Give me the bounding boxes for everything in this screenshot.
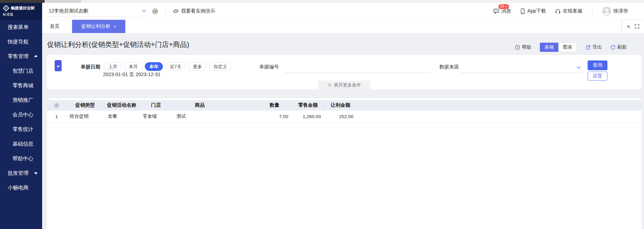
table-header-商品: 商品 xyxy=(173,100,227,111)
sidebar-item-智慧门店[interactable]: 智慧门店 xyxy=(0,64,42,78)
sidebar-item-label: 批发管理 xyxy=(8,170,29,176)
refresh-button[interactable]: 刷新 xyxy=(610,44,627,50)
expand-more-filters-button[interactable]: 展开更多条件 xyxy=(318,81,370,89)
table-columns-gear-icon[interactable] xyxy=(47,100,66,111)
row-index: 1 xyxy=(47,111,66,122)
cell-store: 零食铺 xyxy=(139,111,173,122)
chart-view-button[interactable]: 图表 xyxy=(558,43,577,52)
demo-link[interactable]: 我要看实例演示 xyxy=(173,8,215,14)
app-download-label: App下载 xyxy=(527,8,546,14)
query-button[interactable]: 查询 xyxy=(588,60,607,70)
refresh-label: 刷新 xyxy=(617,44,627,50)
sidebar-item-小畅电商[interactable]: 小畅电商 xyxy=(0,180,42,195)
tab-home[interactable]: 首页 xyxy=(42,20,67,33)
chevron-down-icon xyxy=(576,66,581,69)
account-selector[interactable]: 12李艳芬测试勿删 xyxy=(49,5,146,17)
cell-product: 测试 xyxy=(173,111,227,122)
chevron-up-icon xyxy=(34,55,38,57)
sidebar-item-零售管理[interactable]: 零售管理 xyxy=(0,49,42,64)
sidebar-item-零售商城[interactable]: 零售商城 xyxy=(0,78,42,93)
table-row[interactable]: 1组合促销套餐零食铺测试7.001,260.00252.00 xyxy=(47,111,642,123)
sidebar-item-零售统计[interactable]: 零售统计 xyxy=(0,122,42,137)
doc-number-field xyxy=(284,63,432,73)
sidebar-item-基础信息[interactable]: 基础信息 xyxy=(0,137,42,151)
date-option-自定义[interactable]: 自定义 xyxy=(209,62,231,71)
date-pill-group: 上月本月本年近7天更多自定义 xyxy=(104,62,231,71)
data-table: 促销类型促销活动名称门店商品数量零售金额让利金额1组合促销套餐零食铺测试7.00… xyxy=(47,100,642,123)
messages-button[interactable]: 99 + 消息 xyxy=(493,8,511,14)
table-header-spacer xyxy=(227,100,258,111)
double-chevron-down-icon xyxy=(328,83,332,87)
table-header-数量: 数量 xyxy=(258,100,292,111)
help-label: 帮助 xyxy=(522,44,531,50)
app-download-button[interactable]: App下载 xyxy=(520,8,546,14)
sidebar-item-label: 帮助中心 xyxy=(13,155,33,161)
settings-button[interactable]: 设置 xyxy=(588,72,607,81)
avatar xyxy=(602,7,611,16)
user-menu[interactable]: 徐泽华 xyxy=(602,7,628,16)
doc-number-input[interactable] xyxy=(284,63,432,73)
data-source-select[interactable] xyxy=(461,63,582,73)
tab-promo-analysis[interactable]: 促销让利分析 × xyxy=(72,20,125,33)
page-toolbar: ? 帮助 表格 图表 导出 刷新 xyxy=(515,42,627,52)
table-header-row: 促销类型促销活动名称门店商品数量零售金额让利金额 xyxy=(47,100,642,111)
logo-block: 畅捷通好业财 标准版 xyxy=(0,3,42,20)
sidebar-item-label: 小畅电商 xyxy=(8,185,29,190)
main-content: 促销让利分析(促销类型+促销活动+门店+商品) ? 帮助 表格 图表 导出 xyxy=(42,33,644,229)
demo-link-label: 我要看实例演示 xyxy=(181,8,215,14)
brand-name: 畅捷通好业财 xyxy=(11,6,35,11)
help-button[interactable]: ? 帮助 xyxy=(515,44,531,50)
sidebar-item-label: 零售统计 xyxy=(13,126,33,132)
svg-text:?: ? xyxy=(517,46,518,49)
fullscreen-icon[interactable] xyxy=(635,24,639,29)
date-option-上月[interactable]: 上月 xyxy=(104,62,122,71)
sidebar-item-快捷导航[interactable]: 快捷导航 xyxy=(0,34,42,49)
sidebar-item-会员中心[interactable]: 会员中心 xyxy=(0,107,42,122)
gear-icon[interactable] xyxy=(152,8,158,15)
date-range-value: 2023-01-01 至 2023-12-31 xyxy=(103,72,160,78)
sidebar-item-label: 搜索菜单 xyxy=(8,24,29,30)
sidebar-item-label: 智慧门店 xyxy=(13,68,33,74)
table-header-零售金额: 零售金额 xyxy=(292,100,324,111)
app-root: 畅捷通好业财 标准版 搜索菜单快捷导航零售管理智慧门店零售商城营销推广会员中心零… xyxy=(0,0,644,229)
cell-promo-name: 套餐 xyxy=(104,111,139,122)
collapse-filter-button[interactable]: » xyxy=(55,60,62,71)
date-option-更多[interactable]: 更多 xyxy=(188,62,206,71)
cell-retail-amount: 1,260.00 xyxy=(292,111,324,122)
sidebar: 畅捷通好业财 标准版 搜索菜单快捷导航零售管理智慧门店零售商城营销推广会员中心零… xyxy=(0,3,42,229)
topbar: 12李艳芬测试勿删 我要看实例演示 99 + 消息 xyxy=(42,3,644,20)
expand-more-label: 展开更多条件 xyxy=(334,82,361,88)
sidebar-item-帮助中心[interactable]: 帮助中心 xyxy=(0,151,42,166)
tab-window-controls: × xyxy=(622,20,644,33)
browser-edge-strip xyxy=(0,0,644,3)
table-header-促销活动名称: 促销活动名称 xyxy=(104,100,139,111)
sidebar-item-label: 零售管理 xyxy=(8,53,29,59)
results-table-card: 促销类型促销活动名称门店商品数量零售金额让利金额1组合促销套餐零食铺测试7.00… xyxy=(47,98,642,229)
doc-number-label: 单据编号 xyxy=(259,64,279,70)
page-title: 促销让利分析(促销类型+促销活动+门店+商品) xyxy=(47,40,189,49)
date-option-本月[interactable]: 本月 xyxy=(124,62,142,71)
table-header-filler xyxy=(357,100,642,111)
date-option-本年[interactable]: 本年 xyxy=(145,62,163,71)
table-header-促销类型: 促销类型 xyxy=(66,100,104,111)
brand-logo-icon xyxy=(3,5,9,11)
sidebar-item-label: 会员中心 xyxy=(13,112,33,117)
table-view-button[interactable]: 表格 xyxy=(540,43,558,52)
export-button[interactable]: 导出 xyxy=(586,44,602,50)
headset-icon xyxy=(555,8,561,14)
sidebar-item-营销推广[interactable]: 营销推广 xyxy=(0,93,42,107)
support-button[interactable]: 在线客服 xyxy=(555,8,582,14)
help-circle-icon: ? xyxy=(515,45,520,50)
date-option-近7天[interactable]: 近7天 xyxy=(165,62,186,71)
sidebar-item-批发管理[interactable]: 批发管理 xyxy=(0,166,42,180)
chevron-down-icon xyxy=(142,9,146,13)
planet-icon xyxy=(173,8,179,14)
close-icon[interactable]: × xyxy=(627,24,630,30)
refresh-icon xyxy=(610,45,615,50)
brand-edition: 标准版 xyxy=(3,12,40,17)
tab-close-icon[interactable]: × xyxy=(113,24,116,29)
username: 徐泽华 xyxy=(613,8,628,14)
date-filter-label: 单据日期 xyxy=(81,64,100,70)
sidebar-item-搜索菜单[interactable]: 搜索菜单 xyxy=(0,20,42,34)
cell-discount-amount: 252.00 xyxy=(324,111,357,122)
